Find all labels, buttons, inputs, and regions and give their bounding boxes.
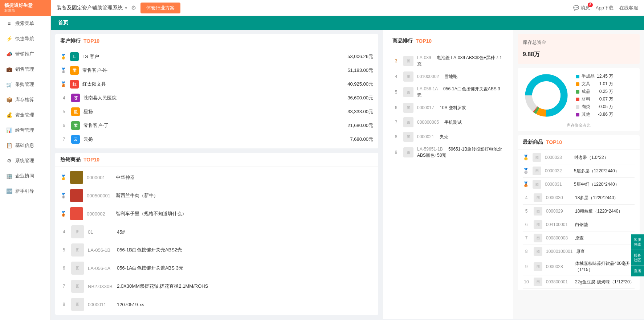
product-thumbnail: 图 <box>533 180 541 189</box>
sidebar-item-finance[interactable]: 💰资金管理 <box>0 107 50 123</box>
sidebar-item-operation[interactable]: 📊经营管理 <box>0 123 50 138</box>
product-code: 0000033 <box>545 155 570 160</box>
nav-label-guide: 新手引导 <box>15 188 34 194</box>
donut-chart <box>523 72 570 119</box>
sidebar-item-enterprise[interactable]: 🏢企业协同 <box>0 168 50 184</box>
list-item: 8 图 10000100001 原查 <box>523 245 635 258</box>
logo: 畅捷通好生意 标准版 <box>0 0 51 16</box>
avatar: 红 <box>70 80 79 89</box>
legend-label: 文具 <box>582 81 597 87</box>
product-name: 原查 <box>575 235 635 241</box>
rank-num: 6 <box>523 222 530 227</box>
logo-sub: 标准版 <box>4 8 33 13</box>
legend-label: 半成品 <box>582 73 595 79</box>
table-row: 🥈 零 零售客户-许 51,183.00元 <box>55 63 378 77</box>
float-button[interactable]: 服务社区 <box>631 250 644 266</box>
sidebar-item-basic[interactable]: 📋基础信息 <box>0 138 50 153</box>
product-info: 0000021 夹壳 <box>417 134 504 140</box>
list-item: 4 图 0000030 18多层（1220*2440） <box>523 191 635 205</box>
list-item: 🥇 0000001 中华神器 <box>55 168 378 186</box>
customer-value: 51,183.00元 <box>347 67 373 74</box>
list-item: 6 图 004100001 白钢垫 <box>523 218 635 231</box>
nav-label-search: 搜索菜单 <box>15 20 34 27</box>
inventory-title: 库存总资金 <box>523 39 635 46</box>
customer-ranking-subtitle: TOP10 <box>83 38 99 44</box>
customer-ranking-header: 客户排行 TOP10 <box>55 34 378 48</box>
product-code: 0000002 <box>87 211 112 217</box>
avatar: 云 <box>71 135 80 144</box>
table-row: 4 图 001000002 雪地靴 <box>387 69 509 84</box>
avatar: L <box>70 52 79 61</box>
trial-button[interactable]: 体验行业方案 <box>140 3 180 13</box>
list-item: 4 图 01 45# <box>55 223 378 241</box>
product-info: 001000002 雪地靴 <box>417 74 504 80</box>
table-row: 5 星 星扬 33,333.00元 <box>55 105 378 119</box>
product-name: 18颗粒板（1220*2440） <box>575 208 635 214</box>
rank-num: 5 <box>60 109 68 114</box>
product-thumbnail: 图 <box>534 193 542 202</box>
sidebar-item-system[interactable]: ⚙系统管理 <box>0 153 50 168</box>
silver-medal-icon: 🥈 <box>523 168 529 174</box>
page-title: 首页 <box>58 20 68 25</box>
sidebar-item-sales[interactable]: 💼销售管理 <box>0 62 50 77</box>
list-item: 5 图 0000029 18颗粒板（1220*2440） <box>523 205 635 218</box>
product-name: 2.0X30MM双搓花轴,搓花直径2.1MM/ROHS <box>117 283 373 290</box>
legend-value: -3.86 万 <box>598 111 614 118</box>
customer-ranking-card: 客户排行 TOP10 🥇 L LS 客户 53,006.26元 🥈 零 零售客户… <box>55 34 378 148</box>
customer-value: 40,925.00元 <box>347 81 373 87</box>
sidebar-item-inventory[interactable]: 📦库存核算 <box>0 92 50 107</box>
rank-num: 8 <box>60 302 68 307</box>
float-button[interactable]: 客服热线 <box>631 234 644 250</box>
product-thumbnail: 图 <box>403 71 413 82</box>
sidebar-item-search[interactable]: ≡搜索菜单 <box>0 16 50 31</box>
product-code: 0000032 <box>545 168 570 173</box>
sidebar-item-guide[interactable]: 🆕新手引导 <box>0 184 50 199</box>
product-code: 0000011 <box>88 302 113 307</box>
dropdown-icon[interactable]: ▾ <box>125 5 127 11</box>
inventory-icon: 📦 <box>6 97 12 103</box>
product-name: 原查 <box>576 249 635 255</box>
chart-subtitle: 库存资金占比 <box>518 123 640 131</box>
legend-item: 材料 0.07 万 <box>576 96 613 102</box>
rank-num: 4 <box>60 95 68 100</box>
nav-label-basic: 基础信息 <box>15 142 34 149</box>
page-header: 首页 <box>51 16 644 30</box>
product-name: 45# <box>117 229 373 235</box>
basic-icon: 📋 <box>6 142 12 149</box>
message-badge[interactable]: 💬 消息 6 <box>573 5 590 11</box>
hot-products-title: 热销商品 <box>60 156 81 163</box>
list-item: 10 图 003800001 22g鱼豆腐-烧烤味（1*12*20） <box>523 275 635 289</box>
legend-value: -0.05 万 <box>598 104 614 110</box>
product-name: 智利车子里（规格不知道填什么） <box>116 210 373 217</box>
sidebar-item-purchase[interactable]: 🛒采购管理 <box>0 77 50 92</box>
list-item: 5 图 LA-056-1B 056-1B白色按键开关壳ABS2壳 <box>55 241 378 259</box>
new-products-title: 最新商品 <box>523 139 543 145</box>
enterprise-icon: 🏢 <box>6 173 12 179</box>
product-thumbnail: 图 <box>403 103 413 113</box>
app-download[interactable]: App下载 <box>596 5 614 11</box>
legend-dot <box>576 90 579 94</box>
float-button[interactable]: 直播 <box>631 266 644 276</box>
hot-products-subtitle: TOP10 <box>83 157 99 163</box>
product-rank-list: 3 图 LA-089 电池盖 LA-089 ABS本色+黑种 7.1克 4 图 … <box>387 53 509 161</box>
rank-num: 7 <box>523 235 530 241</box>
product-code: 0000021 <box>417 134 439 139</box>
product-name: 12070519-xs <box>117 302 373 307</box>
marketing-icon: 📣 <box>6 51 12 57</box>
list-item: 🥇 图 0000033 封边带（1.0*22） <box>523 151 635 164</box>
gold-medal-icon: 🥇 <box>523 155 529 160</box>
sidebar-item-marketing[interactable]: 📣营销推广 <box>0 46 50 62</box>
product-name: 22g鱼豆腐-烧烤味（1*12*20） <box>575 279 635 285</box>
new-products-card: 最新商品 TOP10 🥇 图 0000033 封边带（1.0*22） 🥈 图 0… <box>518 135 640 290</box>
customer-name: 零售客户-许 <box>82 67 344 74</box>
customer-value: 36,600.00元 <box>347 95 373 101</box>
product-name: 新西兰牛肉（新牛） <box>116 192 373 199</box>
product-thumbnail <box>70 189 83 202</box>
product-thumbnail <box>70 171 83 184</box>
settings-icon[interactable]: ⚙ <box>131 4 136 11</box>
sidebar-item-shortcut[interactable]: ⚡快捷导航 <box>0 31 50 46</box>
legend-dot <box>576 75 579 78</box>
online-service[interactable]: 在线客服 <box>619 5 638 11</box>
customer-ranking-title: 客户排行 <box>60 38 81 44</box>
legend-dot <box>576 105 579 109</box>
